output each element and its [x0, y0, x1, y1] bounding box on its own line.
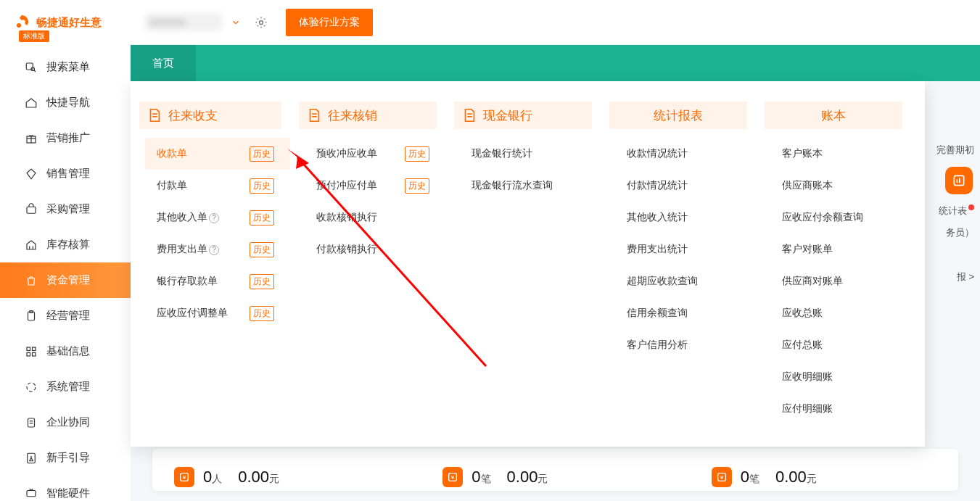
sidebar-item-5[interactable]: 库存核算	[0, 227, 131, 262]
svg-rect-22	[27, 490, 36, 496]
history-badge[interactable]: 历史	[250, 210, 274, 225]
report-link[interactable]: 报 >	[926, 266, 980, 288]
report-badge-icon[interactable]	[945, 167, 973, 194]
mega-item-label: 收款情况统计	[627, 147, 688, 160]
mega-item[interactable]: 预收冲应收单历史	[305, 138, 445, 170]
mega-item[interactable]: 费用支出统计	[615, 233, 756, 265]
mega-item[interactable]: 收款单历史	[145, 138, 290, 170]
mega-item[interactable]: 超期应收款查询	[615, 265, 756, 297]
mega-item[interactable]: 付款核销执行	[305, 233, 445, 265]
history-badge[interactable]: 历史	[250, 242, 274, 257]
sidebar-item-label: 智能硬件	[46, 486, 90, 500]
sidebar-item-4[interactable]: 采购管理	[0, 191, 131, 227]
mega-item[interactable]: 其他收入统计	[615, 202, 756, 233]
mega-column-header: 账本	[765, 102, 902, 129]
sidebar-item-9[interactable]: 系统管理	[0, 369, 131, 405]
mega-item-label: 费用支出单?	[157, 243, 219, 256]
document-icon	[306, 107, 322, 123]
mega-item-label: 应付明细账	[782, 402, 833, 415]
mega-item[interactable]: 信用余额查询	[615, 297, 756, 329]
sidebar-item-1[interactable]: 快捷导航	[0, 85, 131, 120]
sidebar-item-8[interactable]: 基础信息	[0, 334, 131, 369]
sidebar-item-label: 企业协同	[46, 415, 90, 429]
mega-item[interactable]: 客户信用分析	[615, 329, 756, 361]
mega-item[interactable]: 收款核销执行	[305, 202, 445, 233]
tab-home[interactable]: 首页	[131, 45, 196, 81]
red-dot-icon	[968, 204, 974, 210]
mega-item[interactable]: 客户对账单	[770, 233, 911, 265]
stat-block: ¥0笔0.00元	[421, 467, 689, 487]
stat-sheet-label[interactable]: 统计表	[926, 200, 980, 222]
stat-amount: 0.00	[238, 468, 269, 486]
mega-item[interactable]: 现金银行统计	[460, 138, 601, 170]
compass-icon	[25, 452, 38, 465]
mega-item-label: 收款单	[157, 147, 187, 160]
sidebar-item-12[interactable]: 智能硬件	[0, 476, 131, 501]
sidebar-item-label: 快捷导航	[46, 96, 90, 109]
sidebar-item-label: 经营管理	[46, 309, 90, 323]
gift-icon	[25, 132, 38, 145]
mega-item[interactable]: 应收应付调整单历史	[145, 297, 290, 329]
history-badge[interactable]: 历史	[250, 178, 274, 194]
clip-icon	[25, 310, 38, 323]
cycle-icon	[25, 381, 38, 394]
mega-item[interactable]: 付款情况统计	[615, 170, 756, 202]
mega-item-label: 其他收入统计	[627, 211, 688, 224]
mega-item[interactable]: 其他收入单?历史	[145, 202, 290, 233]
stat-amount-unit: 元	[269, 473, 279, 484]
mega-item-label: 客户信用分析	[627, 339, 688, 352]
stat-amount-unit: 元	[807, 473, 817, 484]
sidebar-item-label: 采购管理	[46, 202, 90, 216]
sidebar-item-7[interactable]: 经营管理	[0, 298, 131, 334]
sidebar-item-11[interactable]: 新手引导	[0, 440, 131, 476]
mega-item[interactable]: 供应商对账单	[770, 265, 911, 297]
org-name[interactable]: XXXXX	[145, 13, 222, 31]
sidebar-item-2[interactable]: 营销推广	[0, 120, 131, 156]
stat-block: ¥0笔0.00元	[690, 467, 958, 487]
mega-column-header: 往来核销	[299, 102, 437, 129]
grid-icon	[25, 345, 38, 358]
stat-value: 0	[203, 468, 212, 486]
help-icon[interactable]: ?	[209, 213, 219, 223]
mega-item[interactable]: 应付总账	[770, 329, 911, 361]
mega-item[interactable]: 应收总账	[770, 297, 911, 329]
sidebar-item-6[interactable]: 资金管理	[0, 262, 131, 298]
history-badge[interactable]: 历史	[250, 274, 274, 289]
mega-item-label: 其他收入单?	[157, 211, 219, 224]
stat-icon: ¥	[442, 467, 463, 487]
gear-icon[interactable]	[254, 15, 268, 30]
mega-item-label: 客户账本	[782, 147, 823, 160]
sidebar-item-10[interactable]: 企业协同	[0, 405, 131, 440]
mega-item-label: 现金银行统计	[472, 147, 532, 160]
mega-item[interactable]: 应收明细账	[770, 361, 911, 393]
complete-initial-link[interactable]: 完善期初	[926, 139, 980, 161]
history-badge[interactable]: 历史	[250, 306, 274, 321]
mega-item[interactable]: 客户账本	[770, 138, 911, 170]
sidebar-item-label: 资金管理	[46, 273, 90, 287]
mega-item-label: 信用余额查询	[627, 307, 688, 320]
help-icon[interactable]: ?	[209, 245, 219, 255]
mega-item[interactable]: 预付冲应付单历史	[305, 170, 445, 202]
mega-item[interactable]: 银行存取款单历史	[145, 265, 290, 297]
cart-icon	[25, 203, 38, 216]
chevron-down-icon[interactable]	[231, 17, 241, 28]
mega-item[interactable]: 收款情况统计	[615, 138, 756, 170]
document-icon	[147, 107, 162, 123]
mega-item-label: 银行存取款单	[157, 275, 218, 288]
sidebar-item-label: 搜索菜单	[46, 60, 90, 74]
mega-item[interactable]: 应收应付余额查询	[770, 202, 911, 233]
history-badge[interactable]: 历史	[405, 146, 429, 162]
stat-amount: 0.00	[775, 468, 807, 486]
mega-item[interactable]: 费用支出单?历史	[145, 233, 290, 265]
mega-item[interactable]: 现金银行流水查询	[460, 170, 601, 202]
mega-item[interactable]: 供应商账本	[770, 170, 911, 202]
mega-item[interactable]: 付款单历史	[145, 170, 290, 202]
sidebar-item-0[interactable]: 搜索菜单	[0, 49, 131, 85]
tv-icon	[25, 487, 38, 500]
solution-button[interactable]: 体验行业方案	[286, 9, 373, 36]
history-badge[interactable]: 历史	[250, 146, 274, 162]
mega-item[interactable]: 应付明细账	[770, 393, 911, 425]
history-badge[interactable]: 历史	[405, 178, 429, 194]
sidebar-item-3[interactable]: 销售管理	[0, 156, 131, 191]
house-icon	[25, 239, 38, 252]
